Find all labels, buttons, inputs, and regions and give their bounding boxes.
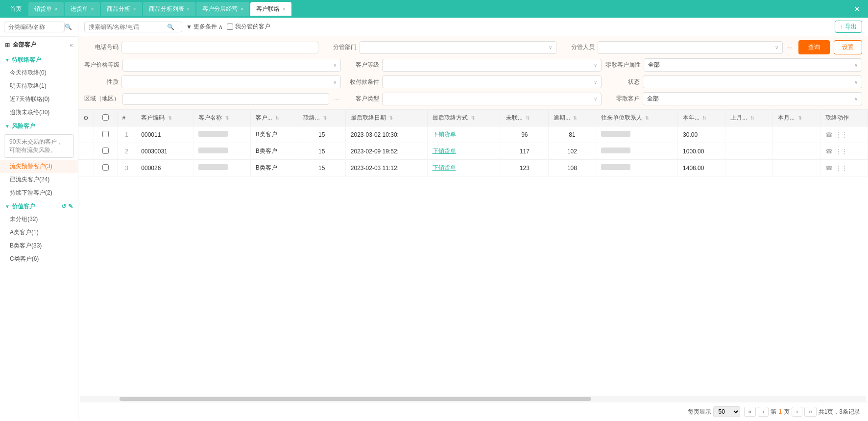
row3-action-more-icon[interactable]: ⋮⋮ (836, 165, 847, 172)
tab-customer-contact[interactable]: 客户联络 × (250, 2, 291, 16)
nature-select[interactable]: ∨ (121, 75, 341, 88)
region-dots[interactable]: ··· (332, 96, 341, 102)
price-tier-select[interactable]: ∨ (122, 59, 341, 72)
th-tier[interactable]: 客户... ⇅ (250, 110, 298, 126)
th-gear[interactable]: ⚙ (78, 110, 94, 126)
row3-select[interactable] (102, 164, 109, 171)
tab-analysis-list[interactable]: 商品分析列表 × (143, 2, 196, 16)
customer-type-select[interactable]: ∨ (382, 93, 602, 105)
row2-action-more-icon[interactable]: ⋮⋮ (836, 148, 847, 155)
th-this-month[interactable]: 本月... ⇅ (773, 110, 820, 126)
row2-action-call-icon[interactable]: ☎ (825, 148, 833, 155)
row1-name (193, 126, 251, 143)
row3-last-method[interactable]: 下销货单 (427, 160, 501, 176)
tab-analysis[interactable]: 商品分析 × (101, 2, 142, 16)
my-customers-checkbox-label[interactable]: 我分管的客户 (227, 23, 270, 31)
last-page-button[interactable]: » (804, 407, 817, 417)
select-all-checkbox[interactable] (102, 114, 109, 121)
payment-select[interactable]: ∨ (382, 75, 602, 88)
row1-last-month (725, 126, 773, 143)
sidebar-item-declining[interactable]: 持续下滑客户(2) (0, 186, 78, 199)
sidebar-item-classC[interactable]: C类客户(6) (0, 252, 78, 266)
sidebar-item-churn-risk[interactable]: 流失预警客户(3) (0, 160, 78, 173)
main-search-icon[interactable]: 🔍 (167, 24, 174, 30)
th-name[interactable]: 客户名称 ⇅ (193, 110, 251, 126)
my-customers-checkbox[interactable] (227, 24, 233, 30)
table-row: 1 000011 B类客户 15 2023-03-02 10:30: 下销货单 … (78, 126, 868, 143)
window-close-button[interactable]: ✕ (850, 4, 864, 14)
sidebar-item-ungroup[interactable]: 未分组(32) (0, 213, 78, 226)
sidebar-group-risk[interactable]: ▼ 风险客户 (0, 119, 78, 132)
customer-tier-select[interactable]: ∨ (382, 59, 602, 72)
settings-button[interactable]: 设置 (834, 40, 862, 54)
row1-action-call-icon[interactable]: ☎ (825, 131, 833, 138)
table-row: 2 00030031 B类客户 15 2023-02-09 19:52: 下销货… (78, 143, 868, 160)
row1-action-more-icon[interactable]: ⋮⋮ (836, 131, 847, 138)
row2-gear (78, 143, 94, 160)
main-search-input[interactable] (89, 24, 167, 30)
tab-customer-tier-close[interactable]: × (241, 6, 243, 12)
tab-purchase-close[interactable]: × (91, 6, 94, 12)
th-last-contact-date[interactable]: 最后联络日期 ⇅ (345, 110, 427, 126)
tab-sales[interactable]: 销货单 × (28, 2, 64, 16)
region-input[interactable] (122, 93, 329, 105)
sidebar-group-pending[interactable]: ▼ 待联络客户 (0, 53, 78, 66)
sidebar-item-today[interactable]: 今天待联络(0) (0, 66, 78, 79)
per-page-select[interactable]: 50 20 100 (713, 406, 740, 417)
sidebar-search-input[interactable] (4, 22, 65, 32)
row3-this-month (773, 160, 820, 176)
tab-home[interactable]: 首页 (4, 2, 27, 16)
row1-contact: 15 (298, 126, 345, 143)
th-contact[interactable]: 联络... ⇅ (298, 110, 345, 126)
prev-page-button[interactable]: ‹ (758, 407, 769, 417)
phone-input[interactable] (121, 42, 318, 53)
sort-method-icon: ⇅ (471, 115, 475, 121)
th-overdue[interactable]: 逾期... ⇅ (548, 110, 596, 126)
th-last-contact-method[interactable]: 最后联络方式 ⇅ (427, 110, 501, 126)
person-dots[interactable]: ··· (786, 44, 795, 51)
scrollbar-thumb[interactable] (120, 397, 591, 401)
row2-select[interactable] (102, 148, 109, 154)
row3-action-call-icon[interactable]: ☎ (825, 165, 833, 172)
all-customers-label: 全部客户 (13, 41, 36, 49)
edit-icon[interactable]: ✎ (68, 203, 73, 210)
person-select[interactable]: ∨ (598, 41, 783, 54)
next-page-button[interactable]: › (792, 407, 802, 417)
tab-analysis-list-close[interactable]: × (187, 6, 190, 12)
query-button[interactable]: 查询 (798, 40, 830, 54)
sidebar-group-value[interactable]: ▼ 价值客户 ↺ ✎ (0, 199, 78, 213)
tab-customer-contact-close[interactable]: × (283, 6, 286, 12)
tab-sales-close[interactable]: × (55, 6, 58, 12)
sidebar-item-tomorrow[interactable]: 明天待联络(1) (0, 79, 78, 93)
sidebar-item-overdue[interactable]: 逾期未联络(30) (0, 106, 78, 119)
sidebar-item-classB[interactable]: B类客户(33) (0, 239, 78, 252)
row2-last-method[interactable]: 下销货单 (427, 143, 501, 160)
th-unit-contact[interactable]: 往来单位联系人 ⇅ (596, 110, 678, 126)
horizontal-scrollbar[interactable] (80, 396, 866, 402)
th-code[interactable]: 客户编码 ⇅ (136, 110, 193, 126)
retail-attr-select[interactable]: 全部 ∨ (644, 58, 862, 72)
th-this-year[interactable]: 本年... ⇅ (678, 110, 725, 126)
tab-purchase[interactable]: 进货单 × (65, 2, 100, 16)
sidebar-item-classA[interactable]: A类客户(1) (0, 226, 78, 239)
th-last-month[interactable]: 上月... ⇅ (725, 110, 773, 126)
sidebar-collapse-icon[interactable]: « (70, 42, 73, 49)
dept-select[interactable]: ∨ (360, 41, 556, 54)
tab-analysis-label: 商品分析 (107, 5, 130, 13)
all-customers-header[interactable]: ⊞ 全部客户 « (0, 37, 78, 53)
nature-label: 性质 (84, 78, 119, 86)
tab-analysis-close[interactable]: × (133, 6, 136, 12)
more-conditions-button[interactable]: ▼ 更多条件 ∧ (186, 23, 223, 31)
retail-customer-select[interactable]: 全部 ∨ (643, 92, 862, 105)
first-page-button[interactable]: « (744, 407, 756, 417)
refresh-icon[interactable]: ↺ (61, 203, 66, 210)
export-button[interactable]: ↑ 导出 (835, 21, 862, 33)
th-uncontacted[interactable]: 未联... ⇅ (501, 110, 548, 126)
sidebar-item-churned[interactable]: 已流失客户(24) (0, 173, 78, 186)
tab-customer-tier[interactable]: 客户分层经营 × (196, 2, 249, 16)
sidebar-item-week[interactable]: 近7天待联络(0) (0, 93, 78, 106)
pending-group-label: 待联络客户 (12, 56, 41, 64)
row1-last-method[interactable]: 下销货单 (427, 126, 501, 143)
status-select[interactable]: ∨ (643, 75, 862, 88)
row1-select[interactable] (102, 131, 109, 137)
